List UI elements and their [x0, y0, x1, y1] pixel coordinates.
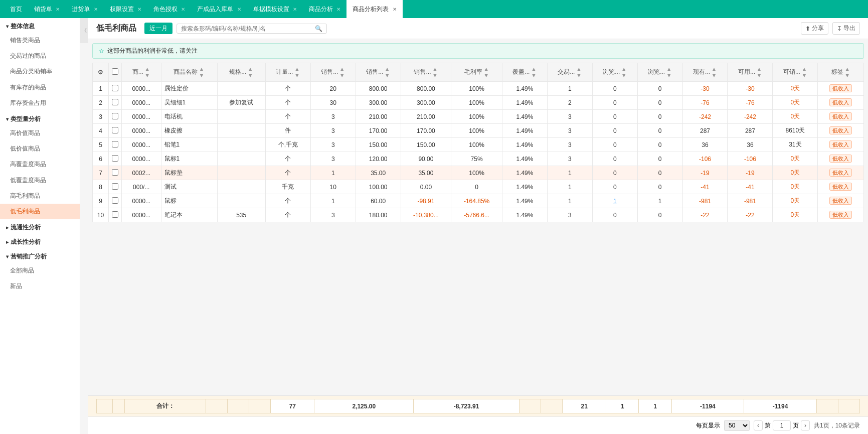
- row-views1: 0: [592, 82, 637, 96]
- sidebar-group-type-analysis[interactable]: ▾ 类型量分析: [0, 111, 80, 125]
- sidebar-item-high-value[interactable]: 高价值商品: [0, 125, 80, 141]
- col-checkbox[interactable]: [109, 63, 122, 82]
- col-views2[interactable]: 浏览...▲▼: [637, 63, 682, 82]
- row-checkbox[interactable]: [109, 96, 122, 110]
- row-gross-margin: 100%: [451, 96, 502, 110]
- row-checkbox[interactable]: [109, 194, 122, 208]
- sidebar-group-growth[interactable]: ▸ 成长性分析: [0, 234, 80, 248]
- export-button[interactable]: ↧ 导出: [832, 22, 860, 35]
- table-row: 9 0000... 鼠标 个 1 60.00 -98.91 -164.85% 1…: [93, 194, 864, 208]
- row-checkbox[interactable]: [109, 180, 122, 194]
- col-views1[interactable]: 浏览...▲▼: [592, 63, 637, 82]
- table-body: 1 0000... 属性定价 个 20 800.00 800.00 100% 1…: [93, 82, 864, 222]
- row-checkbox[interactable]: [109, 166, 122, 180]
- sidebar-item-sales-products[interactable]: 销售类商品: [0, 33, 80, 48]
- row-views1: 0: [592, 208, 637, 222]
- close-product-entry-icon[interactable]: ✕: [237, 7, 241, 12]
- sidebar-item-high-margin[interactable]: 高毛利商品: [0, 188, 80, 204]
- sidebar-item-low-value[interactable]: 低价值商品: [0, 141, 80, 157]
- share-button[interactable]: ⬆ 分享: [801, 22, 828, 35]
- row-checkbox[interactable]: [109, 82, 122, 96]
- sidebar-item-low-margin[interactable]: 低毛利商品: [0, 204, 80, 219]
- row-checkbox[interactable]: [109, 138, 122, 152]
- sidebar-item-category-sales-rate[interactable]: 商品分类助销率: [0, 64, 80, 79]
- select-all-checkbox[interactable]: [112, 68, 118, 75]
- row-select-checkbox[interactable]: [112, 183, 118, 190]
- col-sales-amount[interactable]: 销售...▲▼: [356, 63, 401, 82]
- col-settings[interactable]: ⚙: [93, 63, 109, 82]
- row-select-checkbox[interactable]: [112, 127, 118, 133]
- nav-role-auth[interactable]: 角色授权 ✕: [147, 0, 191, 18]
- sidebar-item-all-products[interactable]: 全部商品: [0, 263, 80, 278]
- table-row: 4 0000... 橡皮擦 件 3 170.00 170.00 100% 1.4…: [93, 124, 864, 138]
- close-analysis-icon[interactable]: ✕: [336, 7, 340, 12]
- nav-product-analysis-list[interactable]: 商品分析列表 ✕: [346, 0, 402, 18]
- sidebar-item-stock-capital[interactable]: 库存资金占用: [0, 95, 80, 111]
- sidebar-item-low-coverage[interactable]: 低覆盖度商品: [0, 173, 80, 188]
- row-select-checkbox[interactable]: [112, 113, 118, 119]
- col-transactions[interactable]: 交易...▲▼: [547, 63, 592, 82]
- col-sales-qty[interactable]: 销售...▲▼: [310, 63, 356, 82]
- col-spec[interactable]: 规格...▲▼: [217, 63, 265, 82]
- close-template-icon[interactable]: ✕: [293, 7, 297, 12]
- col-sales-profit[interactable]: 销售...▲▼: [401, 63, 451, 82]
- sidebar-collapse-button[interactable]: 《: [80, 18, 88, 43]
- col-sellable-days[interactable]: 可销...▲▼: [773, 63, 818, 82]
- page-number-input[interactable]: [773, 420, 791, 430]
- search-input[interactable]: [181, 25, 315, 32]
- row-checkbox[interactable]: [109, 110, 122, 124]
- footer-views2: 1: [639, 399, 671, 413]
- row-select-checkbox[interactable]: [112, 99, 118, 105]
- row-transactions: 1: [547, 82, 592, 96]
- col-current-stock[interactable]: 现有...▲▼: [682, 63, 728, 82]
- row-select-checkbox[interactable]: [112, 155, 118, 162]
- sidebar-group-overall[interactable]: ▾ 整体信息: [0, 18, 80, 33]
- col-unit[interactable]: 计量...▲▼: [265, 63, 310, 82]
- close-permission-icon[interactable]: ✕: [137, 7, 141, 12]
- col-code[interactable]: 商...▲▼: [122, 63, 161, 82]
- sidebar-item-traded-products[interactable]: 交易过的商品: [0, 48, 80, 64]
- row-select-checkbox[interactable]: [112, 169, 118, 176]
- nav-purchase-order[interactable]: 进货单 ✕: [66, 0, 103, 18]
- row-checkbox[interactable]: [109, 152, 122, 166]
- sidebar-item-new-products[interactable]: 新品: [0, 278, 80, 294]
- row-select-checkbox[interactable]: [112, 197, 118, 204]
- row-tag: 低收入: [818, 166, 864, 180]
- nav-template-settings[interactable]: 单据模板设置 ✕: [247, 0, 303, 18]
- close-role-icon[interactable]: ✕: [181, 7, 185, 12]
- sidebar-group-marketing[interactable]: ▾ 营销推广分析: [0, 248, 80, 263]
- row-checkbox[interactable]: [109, 124, 122, 138]
- row-select-checkbox[interactable]: [112, 211, 118, 218]
- sidebar-item-stocked-products[interactable]: 有库存的商品: [0, 80, 80, 95]
- row-name: 测试: [161, 180, 217, 194]
- sidebar-group-flow[interactable]: ▸ 流通性分析: [0, 219, 80, 234]
- page-label: 第: [765, 421, 771, 430]
- next-page-button[interactable]: ›: [801, 420, 810, 430]
- search-icon[interactable]: 🔍: [315, 25, 322, 32]
- prev-page-button[interactable]: ‹: [754, 420, 763, 430]
- nav-home[interactable]: 首页: [4, 0, 28, 18]
- col-available-stock[interactable]: 可用...▲▼: [728, 63, 773, 82]
- sidebar-item-high-coverage[interactable]: 高覆盖度商品: [0, 157, 80, 172]
- nav-sales-order[interactable]: 销货单 ✕: [28, 0, 66, 18]
- row-select-checkbox[interactable]: [112, 141, 118, 148]
- row-checkbox[interactable]: [109, 208, 122, 222]
- row-views1[interactable]: 1: [592, 194, 637, 208]
- row-transactions: 3: [547, 110, 592, 124]
- col-name[interactable]: 商品名称▲▼: [161, 63, 217, 82]
- nav-product-analysis[interactable]: 商品分析 ✕: [303, 0, 346, 18]
- nav-product-entry[interactable]: 产成品入库单 ✕: [191, 0, 247, 18]
- row-spec: [217, 152, 265, 166]
- row-views2: 0: [637, 152, 682, 166]
- close-analysis-list-icon[interactable]: ✕: [393, 7, 397, 12]
- col-coverage[interactable]: 覆盖...▲▼: [502, 63, 547, 82]
- col-tag[interactable]: 标签▲▼: [818, 63, 864, 82]
- close-purchase-order-icon[interactable]: ✕: [94, 7, 98, 12]
- close-sales-order-icon[interactable]: ✕: [56, 7, 60, 12]
- nav-permission-settings[interactable]: 权限设置 ✕: [104, 0, 147, 18]
- row-name: 吴细细1: [161, 96, 217, 110]
- per-page-select[interactable]: 50 100 200: [724, 420, 750, 431]
- row-select-checkbox[interactable]: [112, 85, 118, 91]
- col-gross-margin[interactable]: 毛利率▲▼: [451, 63, 502, 82]
- date-filter-button[interactable]: 近一月: [144, 23, 172, 34]
